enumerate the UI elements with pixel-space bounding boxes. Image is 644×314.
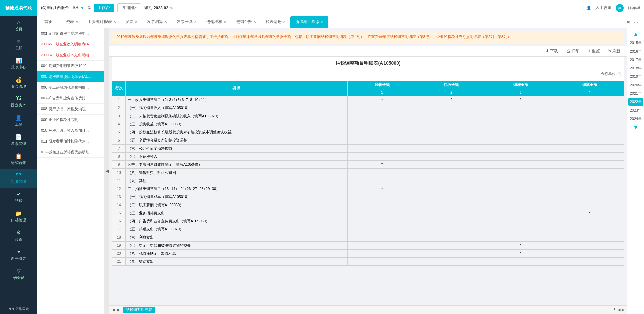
cell-v4-2[interactable] (555, 112, 624, 120)
sidebar-item-salary[interactable]: 👤 工资 (0, 111, 37, 130)
year-nav-up[interactable]: ▲ (632, 30, 640, 38)
panel-collapse-handle[interactable]: ◀ (104, 28, 109, 314)
sheet-tab-main[interactable]: 纳税调整明细表 (123, 307, 155, 313)
cell-v1-20[interactable] (347, 257, 417, 265)
left-panel-item-004[interactable]: 004-期间费用明细表(A1040... (37, 61, 104, 71)
close-all-icon[interactable]: ✕ (626, 19, 631, 25)
cell-v2-3[interactable] (417, 120, 486, 128)
cell-v1-1[interactable] (347, 104, 417, 112)
tab-close-tax-list[interactable]: ✕ (283, 20, 286, 24)
cell-v1-17[interactable] (347, 233, 417, 241)
copy-icon[interactable]: ⎘ (88, 5, 90, 11)
tab-close-invoice[interactable]: ✕ (135, 20, 137, 24)
tab-invoice-calc[interactable]: 发票测算 ✕ (142, 16, 172, 28)
sidebar-item-fixed-asset[interactable]: 🏗 固定资产 (0, 92, 37, 111)
company-dropdown-icon[interactable]: ▼ (80, 6, 84, 10)
left-panel-item-005[interactable]: 005-纳税调整项目明细表(A1... (37, 71, 104, 82)
cell-v1-15[interactable] (347, 217, 417, 225)
cell-v1-2[interactable] (347, 112, 417, 120)
sidebar-item-sales-ledger[interactable]: 📋 进销台账 (0, 150, 37, 169)
cell-v1-19[interactable] (347, 249, 417, 257)
sheet-nav-right[interactable]: ▶ (117, 308, 120, 312)
reset-button[interactable]: ↺ 重置 (585, 47, 603, 55)
cell-v3-6[interactable] (486, 144, 555, 152)
year-2023[interactable]: 2023年 (628, 106, 643, 114)
cell-v4-4[interactable] (555, 128, 624, 136)
cell-v3-1[interactable] (486, 104, 555, 112)
cell-v4-6[interactable] (555, 144, 624, 152)
cell-v1-12[interactable] (347, 193, 417, 201)
cell-v3-12[interactable] (486, 193, 555, 201)
user-label[interactable]: 徐泽华 (628, 5, 640, 11)
left-panel-item-002[interactable]: ○ 002-一般企业收入明细表(A1... (37, 39, 104, 50)
sidebar-item-guide[interactable]: ✦ 新手引导 (0, 245, 37, 264)
cell-v4-7[interactable] (555, 152, 624, 160)
year-2016[interactable]: 2016年 (628, 48, 643, 55)
tab-home[interactable]: 首页 (40, 16, 57, 28)
left-panel-item-008[interactable]: 008-资产折旧、摊销及纳税... (37, 104, 104, 115)
tab-income-tax[interactable]: 所得税汇算缴 ✕ (290, 16, 328, 28)
tab-tax-list[interactable]: 税表清册 ✕ (261, 16, 290, 28)
cell-v1-18[interactable] (347, 241, 417, 249)
cell-v2-19[interactable] (417, 249, 486, 257)
sheet-scroll-left[interactable]: ◀ (618, 308, 620, 312)
cell-v4-8[interactable] (555, 160, 624, 168)
cell-v1-16[interactable] (347, 225, 417, 233)
left-panel-item-006[interactable]: 006-职工薪酬纳税调整明细... (37, 82, 104, 93)
tab-invoice[interactable]: 发票 ✕ (121, 16, 142, 28)
more-icon[interactable]: ⋯ (633, 19, 639, 25)
sidebar-item-home[interactable]: ⌂ 首页 (0, 16, 37, 35)
cell-v2-14[interactable] (417, 209, 486, 217)
cell-v2-11[interactable] (417, 185, 486, 193)
year-2017[interactable]: 2017年 (628, 56, 643, 64)
cell-v4-1[interactable] (555, 104, 624, 112)
cell-v3-18[interactable]: * (486, 241, 555, 249)
workbench-button[interactable]: 工作台 (94, 4, 114, 12)
cell-v2-18[interactable] (417, 241, 486, 249)
sidebar-unpin[interactable]: ◀◀ 取消固定 (0, 304, 37, 314)
cell-v1-13[interactable] (347, 201, 417, 209)
cell-v1-6[interactable] (347, 144, 417, 152)
cell-v4-17[interactable] (555, 233, 624, 241)
cell-v2-17[interactable] (417, 233, 486, 241)
left-panel-item-003[interactable]: ○ 003-一般企业成本支出明细... (37, 50, 104, 61)
cell-v4-16[interactable] (555, 225, 624, 233)
cell-v3-10[interactable] (486, 177, 555, 185)
sidebar-item-member[interactable]: ▽ 畅会员 (0, 264, 37, 284)
sidebar-item-ledger[interactable]: ≡ 总账 (0, 35, 37, 54)
year-2019[interactable]: 2019年 (628, 73, 643, 81)
sidebar-item-invoice-mgmt[interactable]: 📄 发票管理 (0, 130, 37, 150)
old-version-button[interactable]: 切到旧版 (117, 3, 141, 12)
cell-v3-9[interactable] (486, 168, 555, 177)
tab-invoice-issue[interactable]: 发票开具 ✕ (172, 16, 202, 28)
year-2024[interactable]: 2024年 (628, 115, 643, 123)
cell-v3-19[interactable]: * (486, 249, 555, 257)
cell-v2-4[interactable] (417, 128, 486, 136)
cell-v2-5[interactable] (417, 136, 486, 144)
sidebar-item-settlement[interactable]: ✔ 结账 (0, 188, 37, 207)
cell-v2-10[interactable] (417, 177, 486, 185)
cell-v3-3[interactable] (486, 120, 555, 128)
sidebar-item-tax-mgmt[interactable]: 🛡 税务管理 (0, 169, 37, 188)
cell-v2-15[interactable] (417, 217, 486, 225)
cell-v4-14[interactable]: * (555, 209, 624, 217)
year-2020[interactable]: 2020年 (628, 81, 643, 89)
cell-v2-0[interactable]: * (417, 96, 486, 104)
cell-v3-7[interactable] (486, 152, 555, 160)
year-2022[interactable]: 2022年 (628, 98, 643, 106)
cell-v4-10[interactable] (555, 177, 624, 185)
cell-v4-9[interactable] (555, 168, 624, 177)
left-panel-item-011[interactable]: 011-研发费用加计扣除优惠... (37, 136, 104, 147)
cell-v4-11[interactable] (555, 185, 624, 193)
period-edit-icon[interactable]: ✎ (170, 6, 173, 10)
sheet-scroll-right[interactable]: ▶ (622, 308, 624, 312)
tab-close-invoice-calc[interactable]: ✕ (164, 20, 167, 24)
cell-v2-12[interactable] (417, 193, 486, 201)
download-button[interactable]: ⬇ 下载 (543, 47, 561, 55)
cell-v2-16[interactable] (417, 225, 486, 233)
cell-v4-18[interactable] (555, 241, 624, 249)
cell-v1-10[interactable] (347, 177, 417, 185)
cell-v2-2[interactable] (417, 112, 486, 120)
year-2021[interactable]: 2021年 (628, 90, 643, 97)
left-panel-item-009[interactable]: 009-企业所得税补亏明... (37, 115, 104, 125)
